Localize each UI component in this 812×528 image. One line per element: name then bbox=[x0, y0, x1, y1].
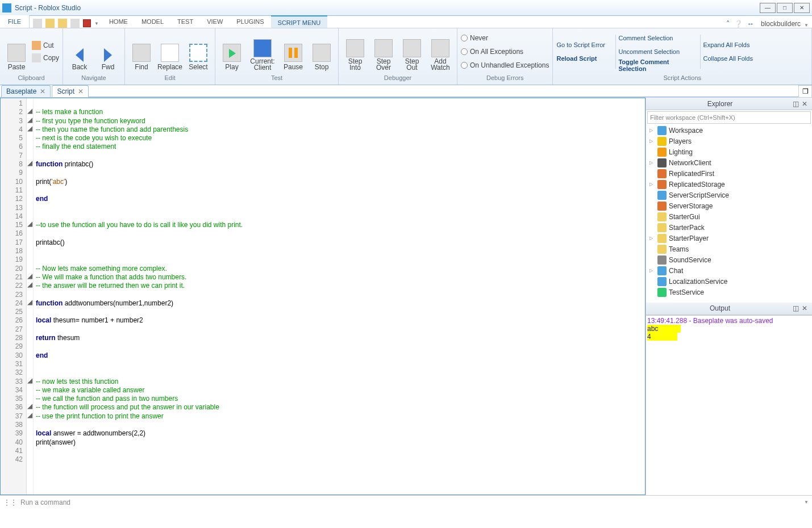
app-logo-icon bbox=[2, 3, 11, 12]
copy-button[interactable]: Copy bbox=[32, 52, 59, 64]
window-title: Script - Roblox Studio bbox=[15, 4, 760, 12]
tree-item-starterpack[interactable]: StarterPack bbox=[646, 222, 812, 233]
command-bar[interactable]: ⋮⋮ Run a command ▼ bbox=[0, 495, 812, 509]
code-editor[interactable]: 1234567891011121314151617181920212223242… bbox=[0, 98, 646, 495]
tab-home[interactable]: HOME bbox=[102, 15, 135, 28]
select-button[interactable]: Select bbox=[185, 30, 211, 73]
output-line: abc bbox=[647, 325, 681, 333]
close-tab-icon[interactable]: ✕ bbox=[78, 87, 84, 95]
replace-button[interactable]: Replace bbox=[157, 30, 183, 73]
goto-script-error[interactable]: Go to Script Error bbox=[556, 39, 613, 51]
undock-icon[interactable]: ◫ bbox=[792, 100, 799, 108]
username-label[interactable]: blockbuilderc bbox=[757, 20, 804, 28]
minimize-button[interactable]: — bbox=[760, 3, 776, 13]
fold-column[interactable]: ◢◢◢◢◢◢◢◢◢◢◢ bbox=[27, 98, 34, 495]
test-group-label: Test bbox=[215, 74, 338, 85]
maximize-button[interactable]: □ bbox=[777, 3, 793, 13]
tree-item-replicatedstorage[interactable]: ▷ReplicatedStorage bbox=[646, 179, 812, 190]
share-icon[interactable]: ↔ bbox=[747, 20, 754, 28]
tab-test[interactable]: TEST bbox=[170, 15, 200, 28]
output-header: Output ◫ ✕ bbox=[646, 303, 812, 315]
tab-script[interactable]: Script✕ bbox=[52, 85, 89, 97]
output-body[interactable]: 13:49:41.288 - Baseplate was auto-saved … bbox=[646, 315, 812, 496]
never-radio[interactable]: Never bbox=[461, 32, 549, 44]
play-icon bbox=[223, 44, 241, 62]
document-tabs: Baseplate✕ Script✕ ❐ bbox=[0, 85, 812, 98]
new-icon[interactable] bbox=[33, 19, 42, 28]
tree-item-localizationservice[interactable]: LocalizationService bbox=[646, 276, 812, 287]
clipboard-group-label: Clipboard bbox=[0, 74, 63, 85]
tree-item-players[interactable]: ▷Players bbox=[646, 136, 812, 146]
up-arrow-icon[interactable]: ˄ bbox=[726, 20, 730, 28]
arrow-left-icon bbox=[76, 48, 84, 62]
explorer-filter-input[interactable]: Filter workspace (Ctrl+Shift+X) bbox=[647, 111, 811, 124]
binoculars-icon bbox=[132, 44, 151, 62]
file-menu[interactable]: FILE bbox=[0, 15, 30, 28]
debugger-group-label: Debugger bbox=[339, 74, 457, 85]
toggle-comment[interactable]: Toggle Comment Selection bbox=[618, 60, 698, 71]
stop-icon bbox=[313, 44, 331, 62]
navigate-group-label: Navigate bbox=[63, 74, 124, 85]
output-line: 4 bbox=[647, 333, 677, 341]
explorer-tree[interactable]: ▷Workspace▷PlayersLighting▷NetworkClient… bbox=[646, 125, 812, 303]
reload-script[interactable]: Reload Script bbox=[556, 53, 613, 64]
fwd-button[interactable]: Fwd bbox=[95, 30, 121, 73]
current-client-button[interactable]: Current: Client bbox=[247, 30, 278, 73]
back-button[interactable]: Back bbox=[66, 30, 93, 73]
tab-baseplate[interactable]: Baseplate✕ bbox=[1, 85, 51, 97]
save-icon[interactable] bbox=[70, 19, 80, 28]
pause-button[interactable]: Pause bbox=[280, 30, 306, 73]
stop-qat-icon[interactable] bbox=[83, 19, 91, 27]
tab-scriptmenu[interactable]: SCRIPT MENU bbox=[271, 15, 328, 28]
tree-item-starterplayer[interactable]: ▷StarterPlayer bbox=[646, 233, 812, 244]
code-area[interactable]: -- lets make a function-- first you type… bbox=[34, 98, 645, 495]
tree-item-testservice[interactable]: TestService bbox=[646, 287, 812, 297]
all-exceptions-radio[interactable]: On All Exceptions bbox=[461, 46, 549, 57]
tree-item-soundservice[interactable]: SoundService bbox=[646, 254, 812, 265]
ribbon: Paste Cut Copy Clipboard Back Fwd Naviga… bbox=[0, 28, 812, 85]
close-button[interactable]: ✕ bbox=[794, 3, 810, 13]
tree-item-networkclient[interactable]: ▷NetworkClient bbox=[646, 157, 812, 168]
find-button[interactable]: Find bbox=[128, 30, 155, 73]
close-panel-icon[interactable]: ✕ bbox=[801, 100, 809, 108]
step-over-button[interactable]: Step Over bbox=[370, 30, 397, 73]
tab-model[interactable]: MODEL bbox=[135, 15, 170, 28]
stop-button[interactable]: Stop bbox=[309, 30, 335, 73]
tree-item-serverstorage[interactable]: ServerStorage bbox=[646, 200, 812, 211]
unhandled-radio[interactable]: On Unhandled Exceptions bbox=[461, 60, 549, 71]
add-watch-button[interactable]: Add Watch bbox=[427, 30, 453, 73]
collapse-folds[interactable]: Collapse All Folds bbox=[703, 53, 765, 64]
close-panel-icon[interactable]: ✕ bbox=[801, 304, 809, 312]
close-tab-icon[interactable]: ✕ bbox=[40, 87, 45, 95]
paste-button[interactable]: Paste bbox=[3, 30, 30, 73]
undo-icon[interactable] bbox=[45, 19, 55, 28]
output-line: 13:49:41.288 - Baseplate was auto-saved bbox=[647, 317, 811, 325]
step-out-button[interactable]: Step Out bbox=[399, 30, 425, 73]
tab-view[interactable]: VIEW bbox=[200, 15, 230, 28]
uncomment-selection[interactable]: Uncomment Selection bbox=[618, 46, 698, 57]
tree-item-startergui[interactable]: StarterGui bbox=[646, 211, 812, 222]
expand-folds[interactable]: Expand All Folds bbox=[703, 39, 765, 51]
help-icon[interactable]: ❔ bbox=[734, 20, 743, 28]
tree-item-workspace[interactable]: ▷Workspace bbox=[646, 125, 812, 136]
explorer-header: Explorer ◫ ✕ bbox=[646, 98, 812, 110]
line-gutter: 1234567891011121314151617181920212223242… bbox=[1, 98, 27, 495]
restore-view-icon[interactable]: ❐ bbox=[798, 85, 812, 97]
tree-item-serverscriptservice[interactable]: ServerScriptService bbox=[646, 190, 812, 200]
title-bar: Script - Roblox Studio — □ ✕ bbox=[0, 0, 812, 16]
step-into-button[interactable]: Step Into bbox=[342, 30, 368, 73]
debug-errors-group-label: Debug Errors bbox=[457, 74, 552, 85]
redo-icon[interactable] bbox=[58, 19, 67, 28]
tree-item-lighting[interactable]: Lighting bbox=[646, 146, 812, 157]
pause-icon bbox=[284, 44, 302, 62]
tab-plugins[interactable]: PLUGINS bbox=[230, 15, 270, 28]
ribbon-tabs: FILE ▼ HOME MODEL TEST VIEW PLUGINS SCRI… bbox=[0, 16, 812, 28]
tree-item-chat[interactable]: ▷Chat bbox=[646, 265, 812, 276]
undock-icon[interactable]: ◫ bbox=[792, 304, 799, 312]
cut-button[interactable]: Cut bbox=[32, 40, 59, 51]
tree-item-replicatedfirst[interactable]: ReplicatedFirst bbox=[646, 168, 812, 179]
play-button[interactable]: Play bbox=[219, 30, 245, 73]
edit-group-label: Edit bbox=[125, 74, 215, 85]
tree-item-teams[interactable]: Teams bbox=[646, 244, 812, 254]
comment-selection[interactable]: Comment Selection bbox=[618, 32, 698, 44]
